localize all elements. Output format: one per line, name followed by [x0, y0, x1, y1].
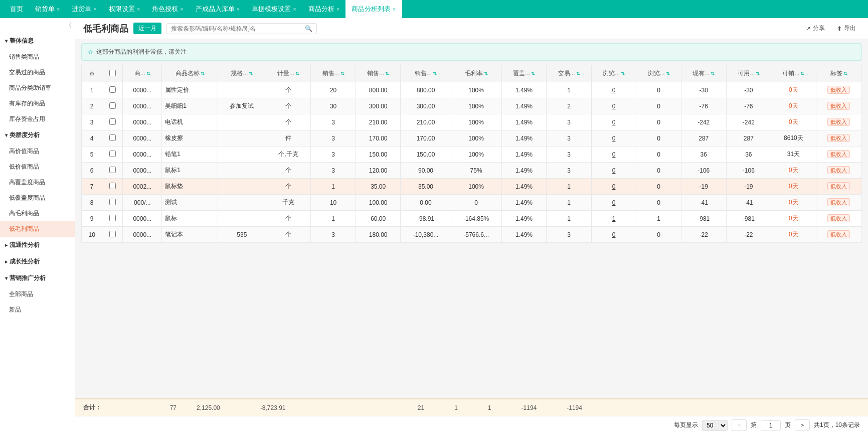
row-views1[interactable]: 0 — [591, 98, 636, 114]
row-spec — [218, 82, 266, 98]
nav-home[interactable]: 首页 — [4, 0, 29, 18]
footer-current: -1194 — [522, 404, 537, 411]
sidebar-item-high-coverage[interactable]: 高覆盖度商品 — [0, 175, 75, 190]
row-checkbox[interactable] — [102, 114, 123, 130]
row-checkbox[interactable] — [102, 147, 123, 163]
row-views1[interactable]: 0 — [591, 227, 636, 243]
row-sales-price: 800.00 — [356, 82, 401, 98]
nav-product-analysis[interactable]: 商品分析 × — [302, 0, 345, 18]
nav-product-entry[interactable]: 产成品入库单 × — [190, 0, 246, 18]
row-sales-price: 100.00 — [356, 195, 401, 211]
row-gross-margin: 100% — [451, 147, 501, 163]
notice-icon: ☆ — [88, 49, 93, 56]
row-checkbox[interactable] — [102, 98, 123, 114]
row-trans: 3 — [547, 114, 592, 130]
filter-button[interactable]: 近一月 — [133, 23, 161, 34]
col-settings[interactable]: ⚙ — [82, 65, 102, 82]
row-spec — [218, 195, 266, 211]
sidebar-item-in-stock[interactable]: 有库存的商品 — [0, 96, 75, 111]
row-sales-qty: 20 — [311, 82, 356, 98]
row-tag: 低收入 — [816, 114, 861, 130]
col-checkbox[interactable] — [102, 65, 123, 82]
export-button[interactable]: ⬆ 导出 — [833, 22, 860, 35]
row-select-checkbox[interactable] — [109, 231, 116, 237]
row-select-checkbox[interactable] — [109, 215, 116, 221]
nav-roles[interactable]: 角色授权 × — [146, 0, 189, 18]
nav-sales-close[interactable]: × — [57, 6, 60, 12]
row-select-checkbox[interactable] — [109, 183, 116, 189]
sidebar-item-capital-usage[interactable]: 库存资金占用 — [0, 111, 75, 127]
row-sales-amount: 35.00 — [401, 179, 451, 195]
sidebar-item-category-rate[interactable]: 商品分类助销率 — [0, 80, 75, 96]
row-trans: 3 — [547, 147, 592, 163]
nav-template-settings-close[interactable]: × — [293, 6, 296, 12]
sidebar-item-low-coverage[interactable]: 低覆盖度商品 — [0, 190, 75, 206]
next-page-button[interactable]: ＞ — [795, 419, 810, 431]
row-select-checkbox[interactable] — [109, 134, 116, 141]
nav-purchase-close[interactable]: × — [93, 6, 96, 12]
row-views1[interactable]: 0 — [591, 114, 636, 130]
row-views1[interactable]: 1 — [591, 211, 636, 227]
sidebar-group-growth[interactable]: ▸ 成长性分析 — [0, 253, 75, 270]
row-no: 10 — [82, 227, 102, 243]
sidebar-item-traded-products[interactable]: 交易过的商品 — [0, 65, 75, 80]
row-checkbox[interactable] — [102, 130, 123, 147]
select-all-checkbox[interactable] — [109, 70, 116, 76]
sidebar-group-marketing[interactable]: ▾ 营销推广分析 — [0, 270, 75, 286]
sidebar-item-low-margin[interactable]: 低毛利商品 — [0, 221, 75, 237]
sidebar-item-new-products[interactable]: 新品 — [0, 302, 75, 318]
row-views1[interactable]: 0 — [591, 147, 636, 163]
row-views1[interactable]: 0 — [591, 130, 636, 147]
sidebar-group-cluster-analysis[interactable]: ▾ 类群度分析 — [0, 127, 75, 143]
row-no: 4 — [82, 130, 102, 147]
col-current: 现有...⇅ — [681, 65, 727, 82]
row-views1[interactable]: 0 — [591, 179, 636, 195]
row-select-checkbox[interactable] — [109, 86, 116, 93]
nav-permissions-close[interactable]: × — [137, 6, 140, 12]
search-input[interactable] — [171, 25, 303, 32]
row-current: -76 — [681, 98, 727, 114]
sidebar-group-overall-info[interactable]: ▾ 整体信息 — [0, 33, 75, 49]
row-checkbox[interactable] — [102, 227, 123, 243]
row-checkbox[interactable] — [102, 211, 123, 227]
row-available: -106 — [726, 163, 771, 179]
row-select-checkbox[interactable] — [109, 118, 116, 125]
sidebar-item-sales-products[interactable]: 销售类商品 — [0, 49, 75, 65]
row-select-checkbox[interactable] — [109, 199, 116, 205]
row-checkbox[interactable] — [102, 163, 123, 179]
nav-roles-close[interactable]: × — [180, 6, 183, 12]
sidebar-item-all-products[interactable]: 全部商品 — [0, 286, 75, 302]
sidebar-item-high-value[interactable]: 高价值商品 — [0, 143, 75, 159]
row-checkbox[interactable] — [102, 82, 123, 98]
footer-available: -1194 — [567, 404, 582, 411]
row-sales-amount: 150.00 — [401, 147, 451, 163]
row-views2: 0 — [636, 147, 681, 163]
prev-page-button[interactable]: ＜ — [732, 419, 747, 431]
row-select-checkbox[interactable] — [109, 151, 116, 157]
row-select-checkbox[interactable] — [109, 167, 116, 173]
nav-product-entry-close[interactable]: × — [237, 6, 240, 12]
nav-template-settings[interactable]: 单据模板设置 × — [246, 0, 302, 18]
sidebar-group-liquidity[interactable]: ▸ 流通性分析 — [0, 237, 75, 253]
nav-sales[interactable]: 销货单 × — [29, 0, 66, 18]
row-checkbox[interactable] — [102, 195, 123, 211]
nav-purchase[interactable]: 进货单 × — [66, 0, 102, 18]
nav-product-analysis-close[interactable]: × — [336, 6, 339, 12]
row-views1[interactable]: 0 — [591, 82, 636, 98]
sidebar-collapse-button[interactable]: 《 — [0, 18, 75, 33]
per-page-select[interactable]: 50 100 200 — [702, 420, 728, 431]
row-trans: 1 — [547, 179, 592, 195]
sidebar-item-high-margin[interactable]: 高毛利商品 — [0, 206, 75, 221]
nav-permissions[interactable]: 权限设置 × — [103, 0, 146, 18]
row-checkbox[interactable] — [102, 179, 123, 195]
col-tag: 标签⇅ — [816, 65, 861, 82]
row-views1[interactable]: 0 — [591, 195, 636, 211]
share-button[interactable]: ↗ 分享 — [802, 22, 829, 35]
row-tag: 低收入 — [816, 82, 861, 98]
sidebar-item-low-value[interactable]: 低价值商品 — [0, 159, 75, 175]
row-views1[interactable]: 0 — [591, 163, 636, 179]
page-number-input[interactable] — [761, 420, 781, 430]
nav-product-analysis-list[interactable]: 商品分析列表 × — [345, 0, 402, 18]
nav-product-analysis-list-close[interactable]: × — [393, 6, 396, 12]
row-select-checkbox[interactable] — [109, 102, 116, 109]
